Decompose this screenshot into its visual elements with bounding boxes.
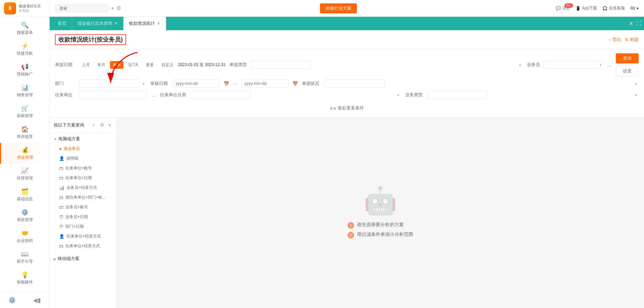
- date-btn-last-month[interactable]: 上月: [79, 61, 93, 69]
- calendar-from-icon[interactable]: 📅: [224, 81, 229, 86]
- sidebar-item-system[interactable]: ⚙️ 系统管理: [0, 205, 49, 226]
- desktop-group-arrow: ▼: [54, 137, 57, 141]
- filter-date-group: 上月 本月 本年 近7天 更多 自定义 2023-01-01 至 2023-12…: [79, 61, 225, 69]
- tab-bank-flow-close[interactable]: ✕: [114, 21, 118, 26]
- main-body: 按以下方案查询 ＋ ⚙ « ▼ 电脑端方案 ● 按业务员: [50, 118, 644, 308]
- salesman-more-btn[interactable]: ...: [607, 62, 612, 68]
- review-date-from[interactable]: [173, 80, 220, 88]
- date-btn-this-year[interactable]: 本年: [110, 61, 123, 69]
- quick-nav-icon: ⚡: [21, 42, 29, 50]
- topbar-dropdown-arrow[interactable]: ▾: [111, 6, 114, 11]
- desktop-group-label: 电脑端方案: [58, 136, 80, 142]
- doc-status-select-wrapper: [324, 80, 639, 88]
- dept-select[interactable]: [79, 80, 140, 88]
- sidebar-item-enterprise[interactable]: 🤝 企业协同: [0, 226, 49, 247]
- export-icon: ↑: [609, 37, 611, 42]
- tab-home[interactable]: 首页: [52, 17, 72, 30]
- tab-bank-flow[interactable]: 现金银行流水查询 ✕: [72, 17, 123, 30]
- salesman-select[interactable]: [543, 61, 603, 69]
- refresh-icon: ↻: [625, 37, 629, 42]
- sidebar-item-basic-info[interactable]: 🗂️ 基础信息: [0, 185, 49, 205]
- doc-status-select[interactable]: [324, 80, 385, 88]
- tab-expand-btn[interactable]: ⛶: [636, 20, 641, 27]
- biz-type-select-wrapper: [428, 91, 639, 99]
- hint-step-2: 2 用过滤条件来缩小分析范围: [347, 232, 413, 239]
- scheme-header-label: 按以下方案查询: [54, 122, 88, 128]
- topbar-user-btn[interactable]: Rit ▾: [630, 6, 639, 11]
- scheme-item-partner-account[interactable]: 🗃 往来单位+账号: [50, 163, 116, 173]
- partner-category-label: 往来单位分类: [160, 92, 186, 98]
- scheme-item-by-detail[interactable]: 👤 按明细: [50, 154, 116, 163]
- sidebar-item-smart-hw[interactable]: 💡 智能硬件: [0, 268, 49, 289]
- capital-icon: 💰: [21, 146, 29, 154]
- sidebar-bottom: ⚙️ ◀▮: [0, 292, 49, 308]
- tab-receipt-stats[interactable]: 收款情况统计 ✕: [123, 17, 166, 30]
- mobile-group-label: 移动端方案: [58, 256, 79, 262]
- scheme-collapse-btn[interactable]: «: [107, 121, 112, 129]
- sidebar-item-inventory[interactable]: 🏠 库存核算: [0, 122, 49, 143]
- partner-settle1-icon: 👤: [59, 234, 64, 239]
- partner-more-btn[interactable]: ...: [152, 92, 156, 98]
- scheme-item-partner-settle1[interactable]: 👤 往来单位+结算方式: [50, 232, 116, 241]
- scheme-add-btn[interactable]: ＋: [90, 121, 97, 129]
- partner-input[interactable]: [79, 91, 146, 99]
- scheme-item-by-salesman[interactable]: ● 按业务员: [50, 144, 116, 154]
- topbar-search-input[interactable]: [55, 4, 109, 12]
- sidebar-collapse-btn[interactable]: ◀▮: [30, 295, 44, 305]
- topbar-gear-icon[interactable]: ⚙: [116, 5, 121, 11]
- sidebar-item-quick-nav[interactable]: ⚡ 快捷导航: [0, 39, 49, 60]
- calendar-to-icon[interactable]: 📅: [292, 81, 298, 86]
- date-btn-7days[interactable]: 近7天: [125, 61, 141, 69]
- main-container: ▾ ⚙ 体验行业方案 💬 消息 99+ 📱 App下载 🎧 在线客服 Rit ▾: [50, 0, 644, 308]
- topbar-msg-btn[interactable]: 💬 消息 99+: [556, 5, 570, 11]
- message-icon: 💬: [556, 6, 561, 11]
- collapse-btn[interactable]: ∧∧ 收起更多条件: [55, 102, 639, 114]
- refresh-btn[interactable]: ↻ 刷新: [625, 37, 639, 43]
- sidebar-item-marketing[interactable]: 📢 营销推广: [0, 60, 49, 81]
- scheme-item-partner-settle2[interactable]: 🗃 往来单位+结算方式: [50, 241, 116, 251]
- date-btn-more[interactable]: 更多: [143, 61, 157, 69]
- scheme-item-dept-date[interactable]: ⏱ 部门+日期: [50, 222, 116, 232]
- data-area: 🤖 1 请先选择要分析的方案 2 用过滤条件来缩小分析范围: [117, 118, 644, 308]
- system-icon: ⚙️: [21, 209, 29, 216]
- biz-type-select[interactable]: [428, 91, 488, 99]
- partner-account-icon: 🗃: [59, 166, 63, 171]
- settings-btn[interactable]: 设置: [616, 66, 639, 76]
- scheme-group-desktop-header[interactable]: ▼ 电脑端方案: [50, 134, 116, 144]
- phone-icon: 📱: [576, 6, 581, 11]
- scheme-item-salesman-account[interactable]: 🗃 业务员+账号: [50, 202, 116, 212]
- scheme-group-mobile-header[interactable]: ▶ 移动端方案: [50, 254, 116, 264]
- scheme-group-mobile: ▶ 移动端方案: [50, 252, 116, 265]
- sidebar-item-operations[interactable]: 📈 经营管理: [0, 164, 49, 185]
- doc-type-select[interactable]: [251, 61, 311, 69]
- sidebar-settings-btn[interactable]: ⚙️: [6, 295, 18, 305]
- tab-receipt-stats-close[interactable]: ✕: [157, 21, 160, 26]
- scheme-settings-btn[interactable]: ⚙: [99, 121, 106, 129]
- scheme-item-salesman-date[interactable]: ⏱ 业务员+日期: [50, 212, 116, 222]
- query-btn[interactable]: 查询: [616, 53, 639, 63]
- salesman-select-wrapper: [543, 61, 603, 69]
- scheme-item-salesman-settle[interactable]: 📊 业务员+结算方式: [50, 183, 116, 193]
- export-btn[interactable]: ↑ 导出: [609, 37, 621, 43]
- tab-close-all-btn[interactable]: ✕: [629, 20, 633, 27]
- scheme-item-partner-date[interactable]: 🗃 往来单位+日期: [50, 173, 116, 183]
- sidebar-nav: 🔍 搜索菜单 ⚡ 快捷导航 📢 营销推广 📊 销售管理 🛒 采购管理 🏠 库存核…: [0, 17, 49, 292]
- date-btn-this-month[interactable]: 本月: [95, 61, 108, 69]
- partner-category-select[interactable]: [190, 91, 251, 99]
- sidebar-item-purchase[interactable]: 🛒 采购管理: [0, 101, 49, 122]
- topbar-app-btn[interactable]: 📱 App下载: [576, 5, 597, 11]
- sidebar-logo: 6 畅捷通好生意 标准版: [0, 0, 49, 17]
- filter-row-1: 单据日期 上月 本月 本年 近7天 更多 自定义 2023-01-01 至 20…: [55, 53, 639, 76]
- sidebar-item-search-menu[interactable]: 🔍 搜索菜单: [0, 18, 49, 39]
- sidebar-item-wechat[interactable]: 💬 企业微信: [0, 289, 49, 292]
- partner-settle2-icon: 🗃: [59, 244, 63, 249]
- partner-category-select-wrapper: [190, 91, 401, 99]
- topbar-service-btn[interactable]: 🎧 在线客服: [602, 5, 625, 11]
- sidebar-item-capital[interactable]: 💰 资金管理: [0, 143, 49, 164]
- sidebar-item-sales[interactable]: 📊 销售管理: [0, 81, 49, 101]
- sidebar-item-guide[interactable]: 📖 新手引导: [0, 247, 49, 268]
- date-btn-custom[interactable]: 自定义: [159, 61, 176, 69]
- scheme-item-partner-dept-recv[interactable]: 🗃 按往来单位+部门+收...: [50, 193, 116, 202]
- review-date-to[interactable]: [241, 80, 288, 88]
- trial-btn[interactable]: 体验行业方案: [320, 3, 357, 13]
